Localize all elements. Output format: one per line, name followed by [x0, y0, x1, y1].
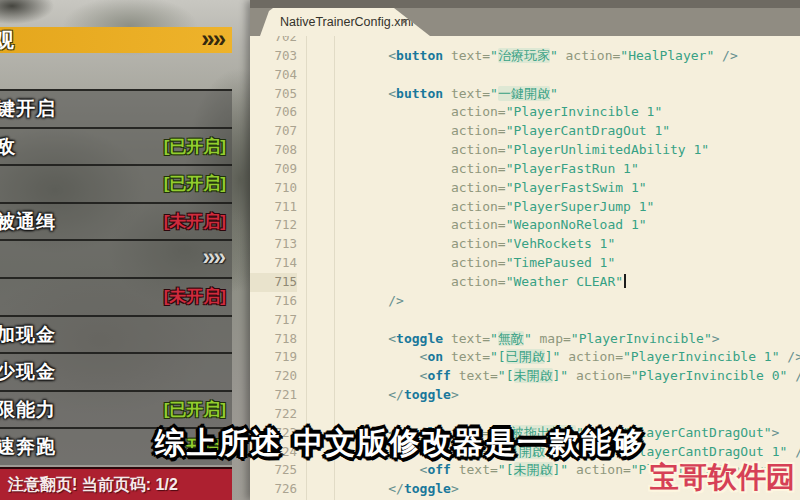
code-token: "VehRockets 1"	[506, 236, 616, 251]
menu-row[interactable]: »»	[0, 239, 232, 277]
code-token	[310, 199, 451, 214]
code-token	[310, 217, 451, 232]
menu-header-label: 观	[0, 27, 14, 53]
code-line[interactable]: 714 action="TimePaused 1"	[250, 254, 800, 273]
code-token	[310, 481, 388, 496]
trainer-menu-header[interactable]: 观 »»	[0, 27, 232, 53]
line-number: 719	[250, 348, 297, 367]
code-line[interactable]: 702	[250, 36, 800, 47]
menu-row[interactable]: 限能力[已开启]	[0, 390, 232, 428]
code-token: "PlayerFastRun 1"	[506, 161, 639, 176]
chevron-right-icon: »»	[201, 27, 224, 52]
code-line[interactable]: 709 action="PlayerFastRun 1"	[250, 160, 800, 179]
code-token	[310, 161, 451, 176]
code-line[interactable]: 711 action="PlayerSuperJump 1"	[250, 198, 800, 217]
code-text: <off text="[未開啟]" action="PlayerInvincib…	[297, 367, 800, 386]
code-token: text=	[451, 349, 490, 364]
code-token: />	[388, 293, 404, 308]
code-token	[310, 368, 420, 383]
code-line[interactable]: 703 <button text="治療玩家" action="HealPlay…	[250, 47, 800, 66]
code-token: off	[427, 368, 450, 383]
code-text	[297, 405, 310, 424]
code-token	[310, 331, 388, 346]
code-token	[443, 86, 451, 101]
line-number: 710	[250, 179, 297, 198]
code-line[interactable]: 716 />	[250, 292, 800, 311]
code-text: action="VehRockets 1"	[297, 235, 615, 254]
line-number: 705	[250, 85, 297, 104]
code-token: action=	[451, 236, 506, 251]
code-line[interactable]: 719 <on text="[已開啟]" action="PlayerInvin…	[250, 348, 800, 367]
code-token: button	[396, 86, 443, 101]
editor-tab-bar: NativeTrainerConfig.xml ×	[250, 8, 800, 36]
code-token: "	[490, 331, 498, 346]
code-line[interactable]: 710 action="PlayerFastSwim 1"	[250, 179, 800, 198]
line-number: 713	[250, 235, 297, 254]
code-line[interactable]: 718 <toggle text="無敵" map="PlayerInvinci…	[250, 330, 800, 349]
code-token: action=	[451, 104, 506, 119]
code-token: toggle	[404, 481, 451, 496]
code-token: />	[787, 368, 800, 383]
menu-row[interactable]: 少现金	[0, 352, 232, 390]
tab-close-icon[interactable]: ×	[400, 8, 408, 36]
code-token: ]"	[553, 368, 569, 383]
code-token: />	[780, 349, 800, 364]
text-cursor	[624, 274, 626, 288]
code-line[interactable]: 717	[250, 311, 800, 330]
chevron-right-icon: »»	[202, 239, 224, 275]
code-token: "	[490, 86, 498, 101]
code-line[interactable]: 704	[250, 66, 800, 85]
line-number: 726	[250, 480, 297, 499]
menu-row[interactable]: [已开启]	[0, 164, 232, 202]
code-token: ]"	[553, 462, 569, 477]
status-badge: [未开启]	[164, 279, 226, 315]
code-token	[310, 86, 388, 101]
code-line[interactable]: 707 action="PlayerCantDragOut 1"	[250, 122, 800, 141]
line-number: 706	[250, 103, 297, 122]
code-token: action=	[451, 161, 506, 176]
code-line[interactable]: 708 action="PlayerUnlimitedAbility 1"	[250, 141, 800, 160]
code-text	[297, 66, 310, 85]
code-line[interactable]: 705 <button text="一鍵開啟"	[250, 85, 800, 104]
menu-row[interactable]: [未开启]	[0, 277, 232, 315]
code-token: </	[388, 481, 404, 496]
code-text: action="TimePaused 1"	[297, 254, 615, 273]
code-line[interactable]: 712 action="WeaponNoReload 1"	[250, 216, 800, 235]
menu-row[interactable]: 加现金	[0, 315, 232, 353]
code-token: "HealPlayer"	[620, 48, 714, 63]
code-token: 已開啟	[506, 349, 545, 364]
code-token: off	[427, 462, 450, 477]
code-line[interactable]: 706 action="PlayerInvincible 1"	[250, 103, 800, 122]
code-token: "PlayerUnlimitedAbility 1"	[506, 142, 710, 157]
code-token: 未開啟	[514, 462, 553, 477]
line-number: 721	[250, 386, 297, 405]
code-line[interactable]: 713 action="VehRockets 1"	[250, 235, 800, 254]
code-token: "WeaponNoReload 1"	[506, 217, 647, 232]
code-line[interactable]: 720 <off text="[未開啟]" action="PlayerInvi…	[250, 367, 800, 386]
menu-row[interactable]: 敌[已开启]	[0, 127, 232, 165]
code-line[interactable]: 722	[250, 405, 800, 424]
code-token: action=	[576, 462, 631, 477]
code-line[interactable]: 715 action="Weather CLEAR"	[250, 273, 800, 292]
code-token	[310, 274, 451, 289]
menu-row-label: 被通缉	[0, 204, 56, 240]
tab-nativetrainerconfig[interactable]: NativeTrainerConfig.xml ×	[260, 8, 430, 36]
menu-row[interactable]: 被通缉[未开启]	[0, 202, 232, 240]
code-token: "PlayerInvincible"	[571, 331, 712, 346]
code-token: text=	[451, 48, 490, 63]
line-number: 717	[250, 311, 297, 330]
code-token: action=	[451, 199, 506, 214]
code-text: </toggle>	[297, 480, 459, 499]
code-token: "PlayerInvincible 1"	[506, 104, 663, 119]
editor-top-strip	[250, 0, 800, 8]
code-token: "PlayerFastSwim 1"	[506, 180, 647, 195]
line-number: 711	[250, 198, 297, 217]
code-token	[310, 142, 451, 157]
menu-row[interactable]: 键开启	[0, 89, 232, 127]
code-token: "PlayerInvincible 0"	[631, 368, 788, 383]
code-text: action="PlayerFastSwim 1"	[297, 179, 647, 198]
code-line[interactable]: 721 </toggle>	[250, 386, 800, 405]
menu-row-label: 少现金	[0, 354, 56, 390]
code-token	[310, 104, 451, 119]
code-text: action="PlayerUnlimitedAbility 1"	[297, 141, 709, 160]
